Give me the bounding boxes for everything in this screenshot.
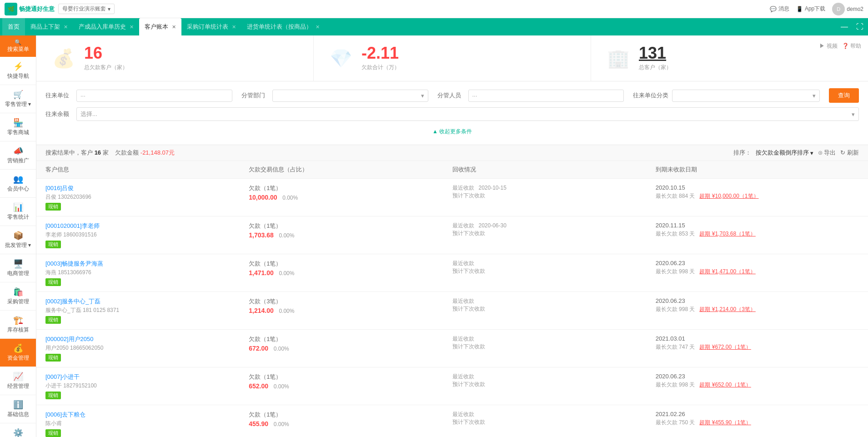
stat-info-debt-customers: 16 总欠款客户（家） [84, 45, 128, 71]
overdue-cell: 2020.11.15 最长欠款 853 天 超期 ¥1,703.68（1笔） [656, 222, 859, 238]
customer-name-link[interactable]: [0003]畅捷服务尹海蒸 [45, 260, 103, 267]
tab-product-history-label: 产成品入库单历史 [79, 23, 126, 31]
avatar: D [832, 3, 845, 15]
unit-category-select[interactable]: ▾ [672, 90, 820, 102]
tab-stock-stats[interactable]: 进货单统计表（按商品） ✕ [241, 18, 325, 35]
recovery-cell: 最近收款 预计下次收款 [452, 411, 656, 426]
tab-customer-account[interactable]: 客户账本 ✕ [139, 18, 181, 35]
unit-category-label: 往来单位分类 [633, 91, 668, 100]
overdue-days: 最长欠款 747 天 超期 ¥672.00（1笔） [656, 343, 859, 351]
debt-percent: 0.00% [279, 270, 294, 276]
message-button[interactable]: 💬 消息 [770, 5, 789, 13]
tab-product-history[interactable]: 产成品入库单历史 ✕ [73, 18, 139, 35]
results-bar: 搜索结果中，客户 16 家 欠款金额 -21,148.07元 排序： 按欠款金额… [36, 145, 868, 161]
nav-minimize-button[interactable]: — [838, 23, 850, 31]
export-button[interactable]: ⊙ 导出 [818, 149, 836, 157]
customer-name-link[interactable]: [0001020001]李老师 [45, 222, 100, 229]
help-button[interactable]: ❓ 帮助 [842, 42, 861, 50]
overdue-link[interactable]: 超期 ¥455.90（1笔） [699, 419, 751, 426]
customer-info-cell: [0003]畅捷服务尹海蒸 海燕 18513066976 现销 [45, 260, 249, 286]
overdue-link[interactable]: 超期 ¥672.00（1笔） [699, 344, 751, 350]
sidebar-item-ecommerce[interactable]: 🖥️ 电商管理 [0, 254, 36, 282]
nav-maximize-button[interactable]: ⛶ [854, 23, 866, 31]
overdue-link[interactable]: 超期 ¥10,000.00（1笔） [699, 193, 758, 199]
tab-products-off[interactable]: 商品上下架 ✕ [25, 18, 73, 35]
filter-row-2: 往来余额 选择... ▾ [45, 107, 859, 121]
sidebar-item-purchase[interactable]: 🛍️ 采购管理 [0, 282, 36, 311]
customer-sub: 服务中心_丁磊 181 0125 8371 [45, 306, 249, 314]
sidebar-item-retail-store[interactable]: 🏪 零售商城 [0, 113, 36, 141]
results-amount: -21,148.07元 [140, 149, 175, 156]
customer-name-link[interactable]: [0016]吕俊 [45, 185, 74, 191]
tab-product-history-close[interactable]: ✕ [130, 24, 134, 30]
source-unit-input[interactable]: ··· [76, 90, 232, 102]
overdue-days: 最长欠款 998 天 超期 ¥1,214.00（3笔） [656, 306, 859, 313]
customer-name-link[interactable]: [0002]服务中心_丁磊 [45, 298, 100, 305]
sidebar-item-batch-mgmt[interactable]: 📦 批发管理 ▾ [0, 226, 36, 254]
overdue-link[interactable]: 超期 ¥652.00（1笔） [699, 382, 751, 388]
tab-purchase-order[interactable]: 采购订单统计表 ✕ [181, 18, 241, 35]
app-download-button[interactable]: 📱 App下载 [796, 5, 825, 13]
overdue-date: 2020.06.23 [656, 260, 859, 266]
total-customers-icon: 🏢 [605, 45, 632, 72]
video-button[interactable]: ▶ 视频 [819, 42, 837, 50]
sidebar-item-retail-stats[interactable]: 📊 零售统计 [0, 198, 36, 226]
sidebar-item-member[interactable]: 👥 会员中心 [0, 170, 36, 198]
customer-name-link[interactable]: [0006]去下粮仓 [45, 411, 85, 418]
tab-stock-stats-close[interactable]: ✕ [316, 24, 320, 30]
refresh-button[interactable]: ↻ 刷新 [840, 149, 859, 157]
sidebar-item-marketing[interactable]: 📣 营销推广 [0, 141, 36, 170]
industry-selector[interactable]: 母婴行业演示账套 ▾ [58, 4, 115, 14]
logo-area: 🌿 畅捷通好生意 [5, 3, 55, 15]
tab-home[interactable]: 首页 [2, 18, 25, 35]
nav-tabs: 首页 商品上下架 ✕ 产成品入库单历史 ✕ 客户账本 ✕ 采购订单统计表 ✕ 进… [0, 18, 868, 35]
debt-customers-number: 16 [84, 45, 128, 61]
filter-source-unit: 往来单位 ··· [45, 90, 232, 102]
manager-dots: ··· [472, 92, 477, 99]
customer-name-link[interactable]: [000002]用户2050 [45, 336, 94, 342]
balance-placeholder: 选择... [80, 110, 97, 118]
sort-selector[interactable]: 按欠款金额倒序排序 ▾ [756, 149, 813, 157]
industry-label: 母婴行业演示账套 [62, 5, 106, 13]
recovery-latest-label: 最近收款 [452, 373, 656, 381]
filter-unit-category: 往来单位分类 ▾ [633, 90, 820, 102]
sidebar-item-retail-mgmt[interactable]: 🛒 零售管理 ▾ [0, 85, 36, 113]
recovery-latest-label: 最近收款 2020-10-15 [452, 184, 656, 192]
overdue-days: 最长欠款 884 天 超期 ¥10,000.00（1笔） [656, 192, 859, 200]
overdue-link[interactable]: 超期 ¥1,214.00（3笔） [699, 306, 755, 312]
recovery-cell: 最近收款 2020-10-15 预计下次收款 [452, 184, 656, 200]
query-button[interactable]: 查询 [829, 88, 859, 103]
overdue-link[interactable]: 超期 ¥1,471.00（1笔） [699, 268, 755, 275]
results-prefix: 搜索结果中，客户 [45, 149, 93, 156]
top-bar-right: 💬 消息 📱 App下载 D demo2 [770, 3, 863, 15]
member-icon: 👥 [2, 174, 34, 184]
customer-name-link[interactable]: [0007]小进干 [45, 373, 80, 380]
app-download-label: App下载 [805, 5, 825, 13]
tab-stock-stats-label: 进货单统计表（按商品） [247, 23, 312, 31]
tab-products-off-close[interactable]: ✕ [64, 24, 68, 30]
overdue-cell: 2020.10.15 最长欠款 884 天 超期 ¥10,000.00（1笔） [656, 184, 859, 200]
tab-purchase-order-close[interactable]: ✕ [232, 24, 236, 30]
sidebar-item-sys-mgmt[interactable]: ⚙️ 系统管理 [0, 423, 36, 437]
overdue-link[interactable]: 超期 ¥1,703.68（1笔） [699, 231, 755, 237]
sidebar-item-finance[interactable]: 💰 资金管理 [0, 339, 36, 367]
sidebar-item-quick-nav[interactable]: ⚡ 快捷导航 [0, 57, 36, 85]
results-amount-prefix: 欠款金额 [115, 149, 139, 156]
collapse-row[interactable]: ▲ 收起更多条件 [45, 126, 859, 138]
user-avatar-button[interactable]: D demo2 [832, 3, 863, 15]
sidebar-item-biz[interactable]: 📈 经营管理 [0, 367, 36, 395]
sidebar-item-inventory[interactable]: 🏗️ 库存核算 [0, 311, 36, 339]
department-select[interactable]: ▾ [272, 90, 428, 102]
sort-chevron-icon: ▾ [810, 150, 813, 156]
balance-select[interactable]: 选择... ▾ [76, 107, 859, 121]
recovery-next-label: 预计下次收款 [452, 305, 656, 313]
overdue-days: 最长欠款 750 天 超期 ¥455.90（1笔） [656, 419, 859, 427]
stat-card-debt-customers: 💰 16 总欠款客户（家） [36, 35, 314, 81]
sidebar-search[interactable]: 🔍 搜索菜单 [0, 35, 36, 57]
retail-store-icon: 🏪 [2, 118, 34, 128]
customer-tag: 现销 [45, 429, 61, 437]
sidebar-item-basic-info[interactable]: ℹ️ 基础信息 [0, 395, 36, 423]
manager-input[interactable]: ··· [468, 90, 624, 102]
tab-customer-account-close[interactable]: ✕ [172, 24, 176, 30]
overdue-date: 2020.06.23 [656, 297, 859, 304]
